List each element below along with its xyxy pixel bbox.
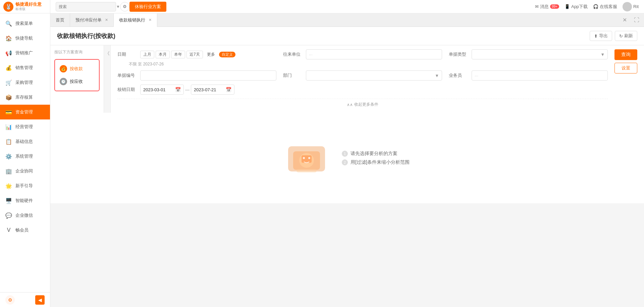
- sidebar-item-guide[interactable]: 🌟 新手引导: [0, 178, 50, 193]
- svg-rect-6: [297, 169, 317, 172]
- online-service-btn[interactable]: 🎧 在线客服: [593, 4, 617, 10]
- date-btn-last-month[interactable]: 上月: [140, 51, 154, 58]
- query-btn[interactable]: 查询: [614, 49, 637, 60]
- vip-icon: V: [5, 227, 12, 233]
- messages-btn[interactable]: ✉ 消息 99+: [535, 4, 559, 10]
- purchase-icon: 🛒: [5, 80, 12, 86]
- sidebar-item-marketing[interactable]: 📢 营销推广: [0, 46, 50, 60]
- salesperson-select[interactable]: ···: [472, 70, 608, 81]
- counterparty-select[interactable]: ···: [306, 49, 442, 59]
- more-conditions-btn[interactable]: ∧∧ 收起更多条件: [347, 102, 378, 107]
- sidebar-item-purchase[interactable]: 🛒 采购管理: [0, 75, 50, 90]
- refresh-label: 刷新: [624, 33, 633, 39]
- date-btn-more[interactable]: 更多: [204, 51, 218, 58]
- doc-number-input[interactable]: [140, 70, 276, 81]
- enterprise-icon: 🏢: [5, 168, 12, 174]
- by-receipt-label: 按收款: [70, 66, 83, 72]
- page-actions: ⬆ 导出 ↻ 刷新: [590, 31, 637, 41]
- sidebar-item-enterprise[interactable]: 🏢 企业协同: [0, 164, 50, 178]
- sidebar-logo: 🐰 畅捷通好生意 标准版: [0, 0, 50, 13]
- online-service-label: 在线客服: [600, 4, 617, 10]
- tab-home[interactable]: 首页: [50, 13, 70, 27]
- hint-text-1: 请先选择要分析的方案: [351, 151, 397, 157]
- sales-icon: 💰: [5, 65, 12, 71]
- operations-icon: 📊: [5, 124, 12, 130]
- filter-sidebar: 按以下方案查询 💰 按收款 🕒 按应收: [50, 45, 104, 113]
- inventory-icon: 📦: [5, 94, 12, 101]
- collapse-filter-btn[interactable]: 《: [104, 45, 111, 113]
- sidebar-item-vip[interactable]: V 畅会员: [0, 223, 50, 238]
- filter-by-payable[interactable]: 🕒 按应收: [58, 75, 96, 88]
- verify-date-start-input[interactable]: 2023-03-01 📅: [140, 85, 184, 95]
- empty-hint-2: 2 用[过滤]条件来缩小分析范围: [342, 159, 410, 165]
- collapse-sidebar-btn[interactable]: ◀: [35, 295, 45, 305]
- tab-prepay-close[interactable]: ✕: [105, 18, 108, 22]
- empty-illustration: [285, 140, 328, 176]
- logo-char: 🐰: [5, 4, 12, 10]
- user-profile[interactable]: Rit: [623, 2, 639, 11]
- tab-bar: 首页 预付冲应付单 ✕ 收款核销执行 ✕ ✕ ⛶: [50, 13, 644, 27]
- export-label: 导出: [599, 33, 608, 39]
- sidebar-item-sales[interactable]: 💰 销售管理: [0, 60, 50, 75]
- tab-prepay-label: 预付冲应付单: [75, 17, 102, 23]
- calendar-start-icon: 📅: [175, 87, 181, 92]
- basic-info-icon: 📋: [5, 139, 12, 145]
- verify-date-label: 核销日期: [117, 87, 138, 93]
- verify-date-end-input[interactable]: 2023-07-21 📅: [191, 85, 234, 95]
- maximize-tab-btn[interactable]: ⛶: [632, 15, 641, 25]
- doc-type-chevron: ▼: [600, 52, 605, 57]
- sidebar-menu: 🔍 搜索菜单 🏠 快捷导航 📢 营销推广 💰 销售管理 🛒 采购管理 📦 库存核…: [0, 13, 50, 292]
- tab-receipt-writeoff[interactable]: 收款核销执行 ✕: [114, 13, 157, 27]
- search-dropdown-arrow[interactable]: ▼: [116, 4, 120, 9]
- doc-type-select[interactable]: ▼: [472, 49, 608, 59]
- doc-number-label: 单据编号: [117, 72, 138, 79]
- top-search-input[interactable]: [56, 2, 116, 11]
- filter-row-1: 日期 上月 本月 本年 近7天 更多 自定义 往来单位: [117, 49, 608, 59]
- date-btn-this-month[interactable]: 本月: [156, 51, 170, 58]
- hint-text-2: 用[过滤]条件来缩小分析范围: [351, 159, 410, 165]
- top-bar-right: ✉ 消息 99+ 📱 App下载 🎧 在线客服 Rit: [535, 2, 639, 11]
- sidebar-item-system[interactable]: ⚙️ 系统管理: [0, 149, 50, 164]
- app-download-btn[interactable]: 📱 App下载: [565, 4, 588, 10]
- refresh-btn[interactable]: ↻ 刷新: [615, 31, 637, 41]
- tab-receipt-writeoff-close[interactable]: ✕: [149, 18, 152, 22]
- empty-state: 1 请先选择要分析的方案 2 用[过滤]条件来缩小分析范围: [50, 113, 644, 203]
- export-btn[interactable]: ⬆ 导出: [590, 31, 612, 41]
- filter-area: 按以下方案查询 💰 按收款 🕒 按应收 《: [50, 45, 644, 113]
- tab-prepay[interactable]: 预付冲应付单 ✕: [70, 13, 114, 27]
- app-download-label: App下载: [571, 4, 588, 10]
- sidebar-item-search-menu[interactable]: 🔍 搜索菜单: [0, 16, 50, 31]
- gear-button[interactable]: ⚙: [120, 2, 129, 11]
- settings-footer-btn[interactable]: ⚙: [5, 295, 15, 305]
- filter-by-receipt[interactable]: 💰 按收款: [58, 62, 96, 75]
- sidebar-item-finance[interactable]: 💳 资金管理: [0, 105, 50, 119]
- close-tab-btn[interactable]: ✕: [620, 15, 629, 25]
- sidebar-item-operations[interactable]: 📊 经营管理: [0, 119, 50, 134]
- more-conditions-row: ∧∧ 收起更多条件: [117, 99, 608, 109]
- app-edition: 标准版: [15, 7, 42, 11]
- filter-sidebar-title: 按以下方案查询: [54, 49, 100, 55]
- mobile-icon: 📱: [565, 4, 570, 9]
- svg-point-5: [308, 157, 310, 159]
- filter-action-buttons: 查询 设置: [611, 49, 637, 73]
- sidebar-label-sales: 销售管理: [15, 65, 33, 71]
- sidebar-item-hardware[interactable]: 🖥️ 智能硬件: [0, 193, 50, 208]
- date-btn-this-year[interactable]: 本年: [171, 51, 185, 58]
- filter-settings-btn[interactable]: 设置: [614, 63, 637, 73]
- sidebar-item-quick-nav[interactable]: 🏠 快捷导航: [0, 31, 50, 46]
- department-select[interactable]: ▼: [306, 70, 442, 81]
- sidebar-label-finance: 资金管理: [15, 109, 33, 115]
- filter-options-box: 💰 按收款 🕒 按应收: [54, 59, 100, 91]
- sidebar-item-inventory[interactable]: 📦 库存核算: [0, 90, 50, 105]
- verify-date-end-value: 2023-07-21: [194, 87, 216, 92]
- sidebar-item-basic-info[interactable]: 📋 基础信息: [0, 134, 50, 149]
- guide-icon: 🌟: [5, 183, 12, 189]
- hardware-icon: 🖥️: [5, 198, 12, 204]
- date-custom-badge[interactable]: 自定义: [219, 52, 235, 57]
- sidebar-item-wechat[interactable]: 💬 企业微信: [0, 208, 50, 223]
- industry-solution-btn[interactable]: 休验行业方案: [129, 2, 166, 12]
- date-btn-7days[interactable]: 近7天: [186, 51, 203, 58]
- svg-rect-3: [302, 155, 312, 163]
- by-receipt-icon: 💰: [60, 65, 67, 72]
- messages-badge: 99+: [550, 4, 559, 9]
